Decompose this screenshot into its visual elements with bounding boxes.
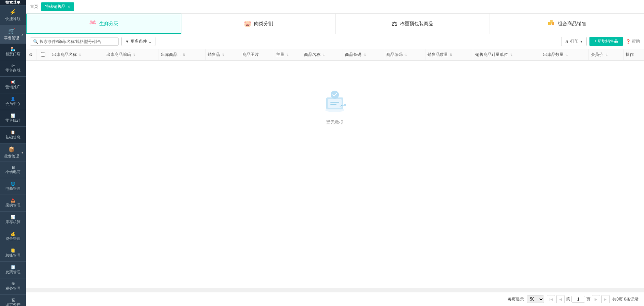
- inventory-icon: 📊: [11, 215, 15, 219]
- print-button[interactable]: 🖨 打印 ▼: [561, 37, 587, 46]
- fresh-grade-icon: [89, 19, 96, 28]
- sidebar-item-tax-mgmt[interactable]: 🏛 税务管理: [0, 278, 26, 295]
- purchase-mgmt-icon: 📥: [11, 198, 15, 203]
- per-page-label: 每页显示: [508, 296, 524, 302]
- sidebar-item-ecom-mgmt[interactable]: 🌐 电商管理: [0, 178, 26, 195]
- wholesale-mgmt-icon: 📦: [8, 146, 15, 153]
- sort-icon[interactable]: ⇅: [404, 53, 407, 57]
- sort-icon[interactable]: ⇅: [133, 53, 136, 57]
- empty-state: 暂无数据: [26, 61, 644, 153]
- sidebar-item-label: 固定资产: [5, 302, 20, 306]
- per-page-select[interactable]: 50 20 100: [527, 295, 544, 303]
- sidebar-item-invoice-mgmt[interactable]: 🧾 发票管理: [0, 262, 26, 278]
- search-input[interactable]: [40, 39, 116, 44]
- sidebar-item-general-ledger[interactable]: 📒 总账管理: [0, 245, 26, 262]
- filter-button[interactable]: ▼ 更多条件 ⌄: [121, 37, 155, 46]
- tab-label: 特殊销售品: [45, 4, 65, 10]
- smart-store-icon: 🏪: [11, 47, 15, 51]
- sort-icon[interactable]: ⇅: [363, 53, 366, 57]
- tax-mgmt-icon: 🏛: [11, 282, 15, 286]
- search-box[interactable]: 🔍: [30, 37, 119, 46]
- horizontal-scrollbar[interactable]: [26, 288, 644, 292]
- sidebar-item-label: 智慧门店: [5, 51, 20, 57]
- svg-point-2: [93, 20, 95, 22]
- filter-label: 更多条件: [131, 39, 147, 44]
- sort-icon[interactable]: ⇅: [183, 53, 185, 57]
- weight-prepack-icon: ⚖: [392, 20, 397, 28]
- page-next-button[interactable]: ▶: [592, 295, 600, 303]
- sort-icon[interactable]: ⇅: [286, 53, 289, 57]
- active-tab[interactable]: 特殊销售品 ✕: [41, 2, 74, 11]
- th-sale-item: 销售品 ⇅: [206, 49, 240, 61]
- sidebar-item-label: 零售管理: [4, 35, 19, 41]
- chevron-up-icon: ▲: [21, 33, 24, 36]
- home-link[interactable]: 首页: [30, 4, 38, 10]
- sidebar-item-sales-promo[interactable]: 📢 营销推广: [0, 77, 26, 93]
- sidebar-item-label: 资金管理: [5, 236, 20, 241]
- sidebar-item-retail-mall[interactable]: 🛍 零售商城: [0, 60, 26, 77]
- quick-nav-icon: ⚡: [10, 9, 16, 15]
- pagination: 每页显示 50 20 100 |◀ ◀ 第 页 ▶ ▶| 共0页 0条记录: [26, 292, 644, 306]
- add-sale-button[interactable]: + 新增销售品: [589, 37, 623, 46]
- sidebar-item-purchase-mgmt[interactable]: 📥 采购管理: [0, 195, 26, 212]
- page-prev-button[interactable]: ◀: [556, 295, 565, 303]
- data-table-wrapper: ⚙ 出库商品名称 ⇅ 出库商品编码 ⇅ 出库商品... ⇅: [26, 49, 644, 288]
- sidebar-item-retail-mgmt[interactable]: 🛒 零售管理 ▲: [0, 25, 26, 44]
- search-icon: 🔍: [33, 39, 38, 44]
- tab-close-icon[interactable]: ✕: [68, 5, 70, 9]
- page-label: 第: [566, 296, 570, 302]
- chevron-down-icon: ⌄: [148, 39, 152, 44]
- select-all-checkbox[interactable]: [41, 52, 45, 57]
- tab-combo-sales[interactable]: 组合商品销售: [490, 14, 644, 34]
- sidebar-item-smart-store[interactable]: 🏪 智慧门店: [0, 44, 26, 60]
- sidebar: 搜索菜单 ⚡ 快捷导航 🛒 零售管理 ▲ 🏪 智慧门店 🛍 零售商城 📢 营销推…: [0, 0, 26, 306]
- page-suffix: 页: [586, 296, 590, 302]
- sort-icon[interactable]: ⇅: [450, 53, 452, 57]
- sort-icon[interactable]: ⇅: [322, 53, 325, 57]
- sidebar-logo[interactable]: 搜索菜单: [0, 0, 26, 5]
- sidebar-item-fixed-assets[interactable]: 🏗 固定资产: [0, 295, 26, 306]
- th-checkbox[interactable]: [36, 49, 50, 61]
- sidebar-item-label: 发票管理: [5, 270, 20, 275]
- chevron-down-icon: ▼: [21, 151, 24, 154]
- print-label: 打印: [570, 39, 579, 44]
- sidebar-item-label: 零售商城: [5, 68, 20, 73]
- sidebar-item-label: 批发管理: [4, 154, 19, 159]
- sort-icon[interactable]: ⇅: [565, 53, 568, 57]
- sidebar-item-wholesale-mgmt[interactable]: 📦 批发管理 ▼: [0, 143, 26, 162]
- sidebar-item-member-center[interactable]: 👤 会员中心: [0, 93, 26, 110]
- sidebar-item-label: 库存核算: [5, 219, 20, 225]
- sidebar-item-mini-ecom[interactable]: 🖥 小畅电商: [0, 162, 26, 178]
- retail-stats-icon: 📊: [11, 113, 15, 118]
- sales-promo-icon: 📢: [11, 80, 15, 85]
- page-input[interactable]: [571, 296, 585, 303]
- help-button[interactable]: ❓ 帮助: [626, 39, 640, 44]
- topbar: 首页 特殊销售品 ✕: [26, 0, 644, 14]
- sidebar-item-inventory[interactable]: 📊 库存核算: [0, 212, 26, 228]
- th-product-img: 商品图片: [240, 49, 274, 61]
- th-weight: 主量 ⇅: [274, 49, 302, 61]
- th-settings[interactable]: ⚙: [26, 49, 36, 61]
- sidebar-item-label: 小畅电商: [5, 169, 20, 174]
- add-label: + 新增销售品: [594, 39, 618, 44]
- sidebar-item-basic-info[interactable]: 📋 基础信息: [0, 127, 26, 143]
- sidebar-item-finance[interactable]: 💰 资金管理: [0, 228, 26, 245]
- page-first-button[interactable]: |◀: [547, 295, 555, 303]
- tab-fresh-grade[interactable]: 生鲜分级: [26, 14, 181, 34]
- tab-weight-prepack[interactable]: ⚖ 称重预包装商品: [336, 14, 490, 34]
- sort-icon[interactable]: ⇅: [510, 53, 513, 57]
- tab-meat-cut[interactable]: 🐷 肉类分割: [181, 14, 336, 34]
- sidebar-item-quick-nav[interactable]: ⚡ 快捷导航: [0, 5, 26, 25]
- sidebar-item-retail-stats[interactable]: 📊 零售统计: [0, 110, 26, 127]
- sort-icon[interactable]: ⇅: [78, 53, 81, 57]
- tab-label: 称重预包装商品: [400, 21, 433, 27]
- svg-rect-10: [328, 99, 342, 108]
- th-out-name: 出库商品名称 ⇅: [50, 49, 104, 61]
- sidebar-item-label: 基础信息: [5, 135, 20, 140]
- member-center-icon: 👤: [11, 97, 15, 101]
- sort-icon[interactable]: ⇅: [605, 53, 608, 57]
- sidebar-item-label: 零售统计: [5, 118, 20, 123]
- printer-icon: 🖨: [565, 39, 569, 44]
- page-last-button[interactable]: ▶|: [601, 295, 610, 303]
- sort-icon[interactable]: ⇅: [222, 53, 225, 57]
